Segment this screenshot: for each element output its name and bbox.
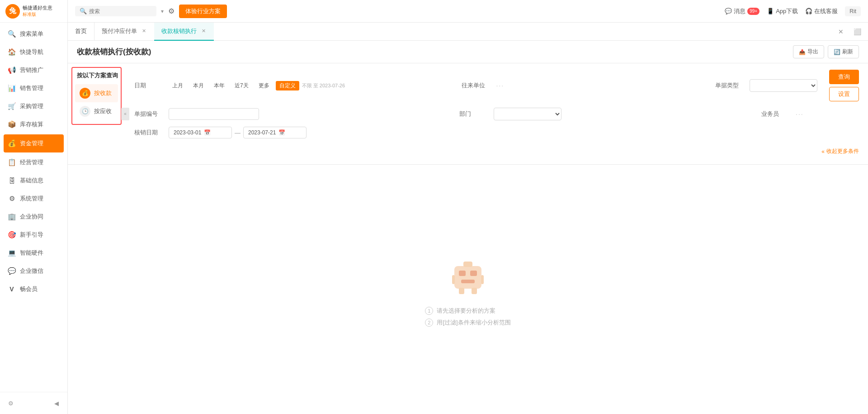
- svg-rect-3: [461, 280, 475, 283]
- svg-rect-9: [472, 288, 477, 294]
- doc-no-label: 单据编号: [134, 110, 161, 118]
- page-title: 收款核销执行(按收款): [77, 47, 151, 57]
- hint-num-2: 2: [425, 319, 433, 327]
- date-this-year-btn[interactable]: 本年: [210, 81, 228, 91]
- sales-person-label: 业务员: [761, 110, 788, 118]
- search-menu-icon: 🔍: [7, 29, 16, 38]
- doc-no-input[interactable]: [169, 108, 259, 120]
- verify-date-end-field[interactable]: 2023-07-21 📅: [243, 127, 307, 138]
- counterpart-label: 往来单位: [462, 81, 489, 90]
- filter-row-2: 单据编号 部门 业务员 ···: [134, 108, 859, 120]
- sidebar-item-quick-nav[interactable]: 🏠 快捷导航: [0, 43, 67, 61]
- topbar-gear-icon[interactable]: ⚙: [168, 7, 175, 15]
- sidebar-item-basic-info[interactable]: 🗄 基础信息: [0, 171, 67, 190]
- by-receivable-icon: 🕒: [80, 106, 90, 117]
- date-last-month-btn[interactable]: 上月: [169, 81, 187, 91]
- maximize-button[interactable]: ⬜: [851, 25, 863, 38]
- filter-row-1: 日期 上月 本月 本年 近7天 更多 自定义 不限 至 2023-07-26 往…: [134, 70, 859, 101]
- sidebar-bottom: ⚙ ◀: [0, 392, 67, 414]
- sidebar-item-purchase[interactable]: 🛒 采购管理: [0, 97, 67, 115]
- message-button[interactable]: 💬 消息 99+: [725, 7, 760, 15]
- filter-row-3: 核销日期 2023-03-01 📅 — 2023-07-21 📅: [134, 127, 859, 138]
- search-input[interactable]: [89, 8, 143, 14]
- date-label: 日期: [134, 81, 161, 90]
- industry-solution-button[interactable]: 体验行业方案: [179, 5, 227, 18]
- app-logo: 兔 畅捷通好生意 标准版: [0, 0, 67, 23]
- sidebar-item-marketing[interactable]: 📢 营销推广: [0, 61, 67, 79]
- date-7days-btn[interactable]: 近7天: [231, 81, 252, 91]
- message-badge: 99+: [747, 8, 760, 15]
- tab-prepay[interactable]: 预付冲应付单 ✕: [94, 23, 154, 41]
- sidebar-item-wechat-biz[interactable]: 💬 企业微信: [0, 262, 67, 280]
- collapse-more-button[interactable]: « 收起更多条件: [821, 148, 859, 155]
- setting-button[interactable]: 设置: [829, 87, 859, 101]
- page-top-bar: 收款核销执行(按收款) 📤 导出 🔄 刷新: [68, 41, 868, 63]
- svg-rect-0: [454, 266, 481, 289]
- verify-date-label: 核销日期: [134, 128, 161, 137]
- date-more-btn[interactable]: 更多: [255, 81, 273, 91]
- tab-bar: 首页 预付冲应付单 ✕ 收款核销执行 ✕ ✕ ⬜: [68, 23, 868, 41]
- by-receipt-icon: 💰: [80, 88, 90, 99]
- filter-scheme-box: 按以下方案查询 💰 按收款 🕒 按应收: [71, 67, 122, 125]
- system-icon: ⚙: [7, 194, 16, 203]
- date-separator: —: [235, 129, 241, 136]
- tab-prepay-close-icon[interactable]: ✕: [141, 28, 147, 34]
- tab-home[interactable]: 首页: [68, 23, 94, 41]
- page-toolbar: 📤 导出 🔄 刷新: [793, 45, 859, 58]
- tab-receipt-verify[interactable]: 收款核销执行 ✕: [154, 23, 214, 41]
- wechat-biz-icon: 💬: [7, 266, 16, 276]
- smart-hw-icon: 💻: [7, 248, 16, 257]
- sidebar-item-smart-hw[interactable]: 💻 智能硬件: [0, 244, 67, 262]
- empty-hint-1: 1 请先选择要分析的方案: [425, 307, 510, 315]
- online-service-button[interactable]: 🎧 在线客服: [805, 7, 838, 15]
- tab-receipt-verify-close-icon[interactable]: ✕: [200, 28, 207, 34]
- sidebar-item-sales[interactable]: 📊 销售管理: [0, 79, 67, 97]
- sidebar-item-member[interactable]: V 畅会员: [0, 280, 67, 298]
- filter-by-receipt[interactable]: 💰 按收款: [75, 84, 118, 102]
- refresh-button[interactable]: 🔄 刷新: [828, 45, 859, 58]
- doc-type-select[interactable]: [750, 79, 817, 92]
- sidebar-item-enterprise[interactable]: 🏢 企业协同: [0, 208, 67, 226]
- search-box[interactable]: 🔍: [75, 6, 156, 16]
- filter-actions-row: « 收起更多条件: [134, 145, 859, 158]
- filter-sidebar-title: 按以下方案查询: [75, 71, 118, 80]
- sidebar-item-capital[interactable]: 💰 资金管理: [4, 134, 64, 152]
- message-icon: 💬: [725, 8, 732, 14]
- svg-rect-8: [459, 288, 464, 294]
- logo-icon: 兔: [5, 4, 20, 19]
- filter-by-receivable[interactable]: 🕒 按应收: [75, 102, 118, 120]
- export-button[interactable]: 📤 导出: [793, 45, 824, 58]
- sidebar-item-system[interactable]: ⚙ 系统管理: [0, 190, 67, 208]
- settings-button[interactable]: ⚙: [5, 397, 17, 409]
- calendar-end-icon: 📅: [278, 129, 285, 136]
- date-this-month-btn[interactable]: 本月: [189, 81, 208, 91]
- svg-rect-2: [470, 271, 477, 276]
- user-menu[interactable]: Rit: [845, 6, 861, 16]
- query-setting-group: 查询 设置: [829, 70, 859, 101]
- tabbar-actions: ✕ ⬜: [835, 25, 868, 38]
- sidebar-item-business[interactable]: 📋 经营管理: [0, 153, 67, 171]
- search-dropdown-icon[interactable]: ▾: [161, 8, 164, 14]
- online-service-icon: 🎧: [805, 8, 812, 14]
- app-download-button[interactable]: 📱 App下载: [767, 7, 798, 15]
- date-custom-btn[interactable]: 自定义: [276, 81, 299, 90]
- collapse-filter-sidebar-button[interactable]: «: [121, 108, 129, 120]
- business-icon: 📋: [7, 158, 16, 167]
- calendar-start-icon: 📅: [204, 129, 211, 136]
- logo-text: 畅捷通好生意 标准版: [23, 5, 52, 17]
- marketing-icon: 📢: [7, 66, 16, 75]
- purchase-icon: 🛒: [7, 102, 16, 111]
- query-button[interactable]: 查询: [829, 70, 859, 84]
- collapse-sidebar-button[interactable]: ◀: [50, 397, 63, 409]
- quick-nav-icon: 🏠: [7, 48, 16, 57]
- sidebar-item-inventory[interactable]: 📦 库存核算: [0, 115, 67, 133]
- verify-date-start-field[interactable]: 2023-03-01 📅: [169, 127, 232, 138]
- svg-rect-6: [452, 275, 455, 284]
- dept-select[interactable]: [494, 108, 561, 120]
- empty-hints: 1 请先选择要分析的方案 2 用[过滤]条件来缩小分析范围: [425, 307, 510, 327]
- sidebar-item-beginner[interactable]: 🎯 新手引导: [0, 226, 67, 244]
- close-tab-button[interactable]: ✕: [835, 25, 847, 38]
- sidebar-item-search-menu[interactable]: 🔍 搜索菜单: [0, 25, 67, 43]
- date-options-group: 上月 本月 本年 近7天 更多 自定义 不限 至 2023-07-26: [169, 81, 345, 91]
- collapse-icon: «: [821, 148, 825, 155]
